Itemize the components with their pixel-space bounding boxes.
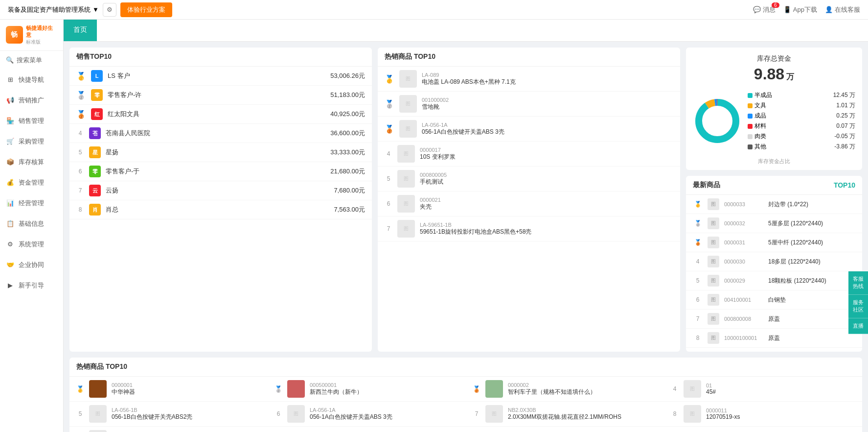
medal-icon: 🥇 xyxy=(693,201,703,208)
product-image: 图 xyxy=(399,120,417,138)
latest-products-title: 最新商品 xyxy=(693,181,720,190)
product-code: 004100001 xyxy=(724,297,763,303)
product-code: 000800005 xyxy=(420,172,673,178)
product-name: 雪地靴 xyxy=(422,103,673,111)
hot-products-bottom-title: 热销商品 TOP10 xyxy=(76,362,127,371)
avatar: 红 xyxy=(91,108,103,120)
latest-products-tag: TOP10 xyxy=(834,181,855,189)
legend-item: 肉类 -0.05 万 xyxy=(748,132,855,141)
product-info: 01 45# xyxy=(706,383,716,395)
gear-icon: ⚙ xyxy=(107,6,113,13)
sidebar-item-purchase[interactable]: 🛒 采购管理 xyxy=(0,131,63,152)
customer-name: 红太阳文具 xyxy=(108,110,325,119)
avatar: 苍 xyxy=(89,127,101,139)
sidebar-label-basics: 基础信息 xyxy=(19,219,44,228)
avatar: 肖 xyxy=(89,204,101,216)
app-download-item[interactable]: 📱 App下载 xyxy=(783,5,817,14)
sidebar-item-operations[interactable]: 📊 经营管理 xyxy=(0,193,63,214)
product-code: 01 xyxy=(706,383,716,388)
cs-hotline-button[interactable]: 客服热线 xyxy=(848,271,868,295)
trial-button[interactable]: 体验行业方案 xyxy=(120,2,172,17)
legend-dot xyxy=(748,93,753,98)
cs-live-button[interactable]: 直播 xyxy=(848,318,868,334)
sidebar-item-enterprise[interactable]: 🤝 企业协同 xyxy=(0,255,63,275)
product-image: 图 xyxy=(684,405,701,423)
sidebar: 畅 畅捷通好生意 标准版 🔍 搜索菜单 ⊞ 快捷导航 📢 营销推广 🏪 销售管理… xyxy=(0,20,64,432)
product-name: 10S 变利罗浆 xyxy=(420,153,673,161)
product-image xyxy=(485,380,503,398)
product-code: 0000029 xyxy=(724,278,763,284)
sidebar-label-finance: 资金管理 xyxy=(19,178,44,187)
list-item: 9 图 0000028 体械嘉枝味苏打饮品400毫升 (1*15) xyxy=(686,348,862,352)
customer-name: 云扬 xyxy=(106,186,329,195)
app-label: App下载 xyxy=(793,5,817,14)
rank-number: 7 xyxy=(76,187,84,194)
tab-home[interactable]: 首页 xyxy=(64,20,97,41)
product-code: 0000001 xyxy=(112,382,135,388)
sidebar-item-system[interactable]: ⚙ 系统管理 xyxy=(0,234,63,255)
product-image: 图 xyxy=(399,95,417,113)
product-info: 0000001 中华神器 xyxy=(112,382,135,396)
product-image: 图 xyxy=(397,195,415,213)
logo-name: 畅捷通好生意 xyxy=(26,24,57,39)
product-info: NB2.0X30B 2.0X30MM双搓花轴.搓花直径2.1MM/ROHS xyxy=(508,407,621,421)
sidebar-item-sales[interactable]: 🏪 销售管理 xyxy=(0,111,63,131)
sidebar-label-guide: 新手引导 xyxy=(19,281,44,290)
system-name-label: 装备及固定资产辅助管理系统 xyxy=(8,5,91,14)
search-menu[interactable]: 🔍 搜索菜单 xyxy=(0,51,63,70)
sidebar-item-inventory[interactable]: 📦 库存核算 xyxy=(0,152,63,172)
sidebar-item-quick-nav[interactable]: ⊞ 快捷导航 xyxy=(0,70,63,90)
topbar-left: 装备及固定资产辅助管理系统 ▼ ⚙ 体验行业方案 xyxy=(8,2,172,17)
product-code: 001000002 xyxy=(422,97,673,103)
product-image: 图 xyxy=(89,405,107,423)
product-image: 图 xyxy=(708,217,719,229)
main-layout: 畅 畅捷通好生意 标准版 🔍 搜索菜单 ⊞ 快捷导航 📢 营销推广 🏪 销售管理… xyxy=(0,20,868,432)
product-code: 0000011 xyxy=(706,408,740,413)
list-item: 5 图 0000029 18颗粒板 (1220*2440) xyxy=(686,271,862,290)
table-row: 8 肖 肖总 7,563.00元 xyxy=(69,200,372,219)
product-code: 10000100001 xyxy=(724,335,763,341)
medal-icon: 🥈 xyxy=(76,91,86,100)
legend-dot xyxy=(748,134,753,139)
avatar: 零 xyxy=(89,166,101,177)
marketing-icon: 📢 xyxy=(6,96,15,105)
customer-name: LS 客户 xyxy=(108,72,325,80)
inventory-card: 库存总资金 9.88万 xyxy=(686,48,862,170)
cs-community-button[interactable]: 服务社区 xyxy=(848,295,868,318)
product-code: 0000030 xyxy=(724,259,763,264)
system-selector[interactable]: 装备及固定资产辅助管理系统 ▼ xyxy=(8,5,99,14)
product-name: 59651-1B旋转投影灯电池盒ABS黑色+58壳 xyxy=(420,228,673,236)
inventory-unit: 万 xyxy=(786,72,794,81)
rank-number: 7 xyxy=(473,410,480,417)
list-item: 🥇 0000001 中华神器 xyxy=(69,377,268,402)
sidebar-item-marketing[interactable]: 📢 营销推广 xyxy=(0,90,63,111)
operations-icon: 📊 xyxy=(6,199,15,208)
avatar: 零 xyxy=(91,89,103,101)
guide-icon: ▶ xyxy=(6,281,15,290)
logo-icon-text: 畅 xyxy=(11,30,18,39)
legend-dot xyxy=(748,114,753,119)
customer-amount: 53,006.26元 xyxy=(330,72,365,80)
rank-number: 4 xyxy=(671,385,679,392)
legend-label-area: 肉类 xyxy=(748,132,766,141)
settings-button[interactable]: ⚙ xyxy=(103,3,116,17)
search-menu-label: 搜索菜单 xyxy=(17,56,42,65)
sidebar-label-system: 系统管理 xyxy=(19,240,44,249)
product-name: 056-1A白色按键开关盖ABS 3壳 xyxy=(310,413,392,421)
sidebar-item-basics[interactable]: 📋 基础信息 xyxy=(0,214,63,234)
rank-number: 4 xyxy=(76,130,84,137)
sidebar-item-guide[interactable]: ▶ 新手引导 xyxy=(0,275,63,296)
list-item: 🥈 000500001 新西兰牛肉（新牛） xyxy=(268,377,466,402)
sidebar-label-sales: 销售管理 xyxy=(19,117,44,125)
sidebar-item-finance[interactable]: 💰 资金管理 xyxy=(0,172,63,193)
inventory-icon: 📦 xyxy=(6,158,15,167)
table-row: 5 图 000800005 手机测试 xyxy=(378,167,680,192)
service-item[interactable]: 👤 在线客服 xyxy=(825,5,860,14)
product-image: 图 xyxy=(708,275,719,287)
product-name: 夹壳 xyxy=(420,203,673,211)
product-name: 18多层 (1220*2440) xyxy=(768,258,855,266)
message-item[interactable]: 💬 消息 6 xyxy=(753,5,776,14)
sidebar-label-purchase: 采购管理 xyxy=(19,137,44,146)
rank-number: 8 xyxy=(76,206,84,213)
donut-chart xyxy=(693,96,742,145)
